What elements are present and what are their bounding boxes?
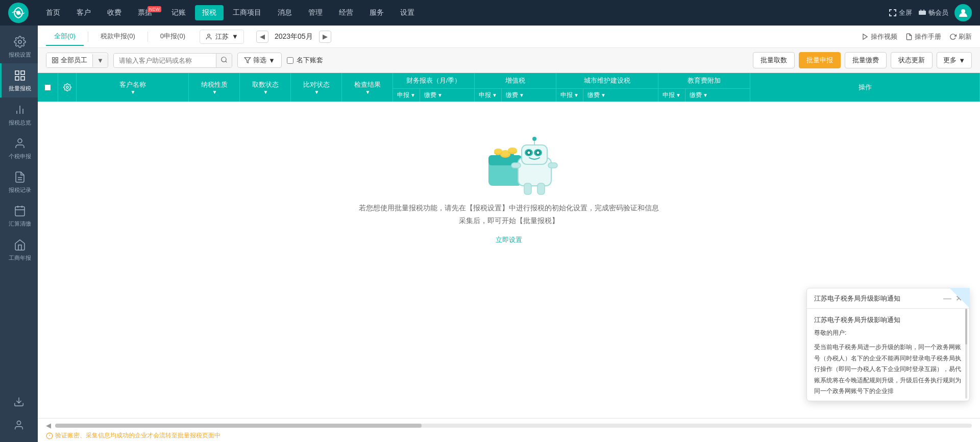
sidebar-label-tax-record: 报税记录 — [9, 186, 31, 193]
nav-operation[interactable]: 经营 — [332, 5, 360, 20]
tab-tax-declare[interactable]: 税款申报(0) — [92, 28, 143, 46]
th-vat-title: 增值税 — [475, 73, 556, 89]
th-operations: 操作 — [750, 73, 980, 102]
th-financial-cols: 申报 ▼ 缴费 ▼ — [393, 89, 474, 102]
notif-content: 受当前电子税务局进一步升级的影响，同一个政务网账号（办税人）名下的企业不能再同时… — [814, 342, 962, 397]
svg-point-44 — [537, 152, 540, 154]
status-update-btn[interactable]: 状态更新 — [891, 52, 933, 68]
nav-customer[interactable]: 客户 — [69, 5, 98, 20]
sidebar-user[interactable] — [0, 414, 38, 436]
th-vat-cols: 申报 ▼ 缴费 ▼ — [475, 89, 556, 102]
bottom-warning: 验证账密、采集信息均成功的企业才会流转至批量报税页面中 — [46, 431, 972, 440]
employee-select[interactable]: 全部员工 ▼ — [46, 53, 108, 68]
nav-business[interactable]: 工商项目 — [226, 5, 268, 20]
svg-rect-2 — [919, 11, 926, 15]
search-input[interactable] — [114, 54, 216, 67]
svg-rect-8 — [21, 77, 24, 80]
svg-point-24 — [222, 57, 226, 61]
select-all-checkbox[interactable] — [44, 84, 51, 91]
sidebar-item-personal-tax[interactable]: 个税申报 — [0, 131, 38, 165]
svg-rect-50 — [537, 183, 545, 194]
action-refresh[interactable]: 刷新 — [949, 32, 972, 41]
nav-message[interactable]: 消息 — [271, 5, 299, 20]
month-prev-btn[interactable]: ◀ — [256, 31, 268, 43]
search-box — [113, 53, 232, 68]
sidebar-label-tax-setting: 报税设置 — [9, 51, 31, 58]
left-sidebar: 报税设置 批量报税 报税总览 个税申报 报税记录 — [0, 26, 38, 442]
fullscreen-btn[interactable]: 全屏 — [889, 8, 912, 17]
nav-bookkeeping[interactable]: 记账 — [164, 5, 193, 20]
more-btn[interactable]: 更多 ▼ — [937, 52, 972, 68]
action-manual[interactable]: 操作手册 — [905, 32, 941, 41]
th-financial-declare: 申报 ▼ — [393, 89, 420, 102]
nav-invoice[interactable]: 票据 NEW — [131, 5, 162, 20]
avatar[interactable] — [954, 4, 972, 21]
notif-scrollbar[interactable] — [965, 309, 967, 399]
svg-rect-47 — [511, 163, 521, 168]
th-check-result: 检查结果 ▼ — [342, 73, 393, 102]
vip-btn[interactable]: 畅会员 — [918, 8, 948, 17]
nav-home[interactable]: 首页 — [39, 5, 67, 20]
nav-tax[interactable]: 报税 — [195, 5, 224, 20]
sidebar-item-batch-tax[interactable]: 批量报税 — [0, 63, 38, 97]
sidebar-label-batch-tax: 批量报税 — [9, 85, 31, 92]
tax-setting-icon — [13, 35, 27, 49]
new-badge: NEW — [148, 6, 161, 12]
svg-line-25 — [226, 61, 227, 62]
batch-declare-btn[interactable]: 批量申报 — [799, 52, 841, 68]
annual-report-icon — [13, 238, 27, 252]
top-navigation: 首页 客户 收费 票据 NEW 记账 报税 工商项目 消息 管理 经营 服务 设… — [0, 0, 980, 26]
sidebar-item-annual-report[interactable]: 工商年报 — [0, 233, 38, 266]
notif-header: 江苏电子税务局升级影响通知 — ✕ — [807, 288, 969, 309]
th-fetch-status: 取数状态 ▼ — [240, 73, 291, 102]
batch-tax-icon — [13, 68, 27, 83]
filter-button[interactable]: 筛选 ▼ — [237, 53, 282, 68]
tab-bar: 全部(0) 税款申报(0) 0申报(0) 江苏 ▼ ◀ 2023年05月 ▶ — [38, 26, 980, 48]
sidebar-item-tax-record[interactable]: 报税记录 — [0, 165, 38, 199]
th-city-declare: 申报 ▼ — [556, 89, 583, 102]
tab-all[interactable]: 全部(0) — [46, 28, 84, 46]
checkbox-input[interactable] — [287, 57, 293, 64]
svg-point-18 — [208, 34, 210, 36]
tax-record-icon — [13, 170, 27, 184]
batch-pay-btn[interactable]: 批量缴费 — [845, 52, 887, 68]
th-group-city: 城市维护建设税 申报 ▼ 缴费 ▼ — [556, 73, 658, 102]
sidebar-item-annual-settlement[interactable]: 汇算清缴 — [0, 199, 38, 232]
sidebar-download[interactable] — [0, 391, 38, 412]
th-vat-declare: 申报 ▼ — [475, 89, 502, 102]
nav-service[interactable]: 服务 — [362, 5, 391, 20]
notif-body: 江苏电子税务局升级影响通知 尊敬的用户: 受当前电子税务局进一步升级的影响，同一… — [807, 309, 969, 401]
batch-fetch-btn[interactable]: 批量取数 — [753, 52, 795, 68]
region-selector[interactable]: 江苏 ▼ — [200, 30, 244, 44]
setup-link[interactable]: 立即设置 — [496, 235, 522, 244]
nav-setting[interactable]: 设置 — [393, 5, 422, 20]
checkbox-accounts[interactable]: 名下账套 — [287, 56, 323, 65]
employee-select-arrow[interactable]: ▼ — [92, 54, 108, 67]
search-button[interactable] — [216, 54, 232, 67]
empty-description: 若您想使用批量报税功能，请先在【报税设置】中进行报税的初始化设置，完成密码验证和… — [356, 202, 662, 227]
tab-divider-1 — [88, 32, 88, 42]
horizontal-scrollbar[interactable] — [55, 424, 972, 428]
svg-point-4 — [18, 40, 21, 43]
th-tax-nature: 纳税性质 ▼ — [189, 73, 240, 102]
th-education-cols: 申报 ▼ 缴费 ▼ — [658, 89, 750, 102]
tab-zero-declare[interactable]: 0申报(0) — [152, 28, 193, 46]
svg-rect-7 — [15, 77, 19, 80]
sidebar-item-tax-setting[interactable]: 报税设置 — [0, 30, 38, 63]
svg-point-34 — [508, 148, 517, 153]
month-next-btn[interactable]: ▶ — [319, 31, 331, 43]
svg-point-36 — [494, 149, 502, 154]
action-video[interactable]: 操作视频 — [862, 32, 897, 41]
toolbar-right: 批量取数 批量申报 批量缴费 状态更新 更多 ▼ — [753, 52, 972, 68]
th-city-pay: 缴费 ▼ — [583, 89, 610, 102]
left-scroll-btn[interactable]: ◀ — [46, 422, 51, 429]
notif-scroll-thumb — [965, 309, 967, 345]
logo[interactable] — [8, 3, 29, 23]
toolbar: 全部员工 ▼ 筛选 ▼ 名下账套 批量取数 批量申报 — [38, 48, 980, 73]
sidebar-item-tax-overview[interactable]: 报税总览 — [0, 97, 38, 131]
region-arrow: ▼ — [232, 33, 238, 40]
nav-manage[interactable]: 管理 — [301, 5, 330, 20]
th-checkbox[interactable] — [38, 73, 58, 102]
nav-fee[interactable]: 收费 — [100, 5, 129, 20]
th-gear[interactable] — [58, 73, 77, 102]
